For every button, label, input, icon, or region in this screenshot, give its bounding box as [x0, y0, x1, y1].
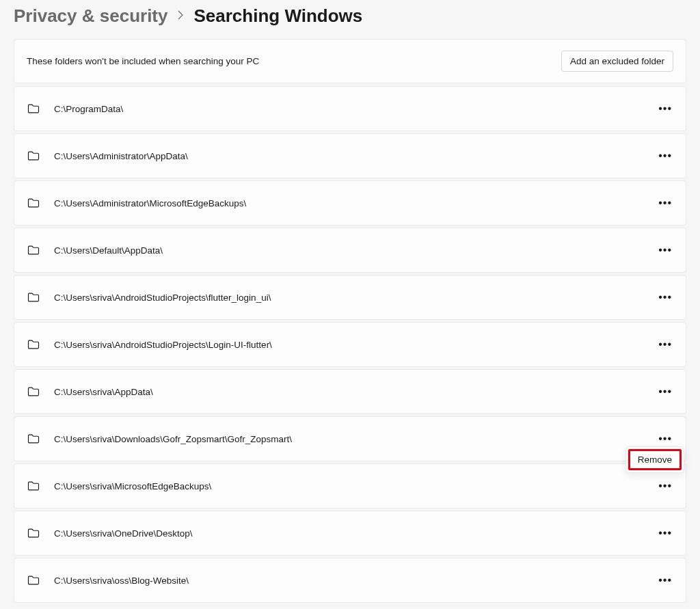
folder-path: C:\Users\sriva\Downloads\Gofr_Zopsmart\G…: [54, 434, 643, 444]
folder-path: C:\Users\sriva\AndroidStudioProjects\flu…: [54, 293, 643, 303]
more-options-button[interactable]: •••: [657, 336, 673, 353]
folder-path: C:\ProgramData\: [54, 104, 643, 114]
folder-icon: [27, 432, 40, 446]
remove-menu-item[interactable]: Remove: [628, 449, 682, 470]
folder-icon: [27, 243, 40, 257]
folder-icon: [27, 479, 40, 493]
folder-icon: [27, 526, 40, 540]
more-options-button[interactable]: •••: [657, 100, 673, 117]
more-options-button[interactable]: •••: [657, 431, 673, 447]
folder-path: C:\Users\sriva\OneDrive\Desktop\: [54, 528, 643, 539]
excluded-folders-description: These folders won't be included when sea…: [27, 56, 259, 66]
more-options-button[interactable]: •••: [657, 572, 673, 588]
folder-path: C:\Users\sriva\oss\Blog-Website\: [54, 576, 643, 586]
more-options-button[interactable]: •••: [657, 383, 673, 400]
chevron-right-icon: [177, 10, 184, 22]
add-excluded-folder-button[interactable]: Add an excluded folder: [561, 51, 673, 72]
breadcrumb-parent[interactable]: Privacy & security: [14, 5, 167, 27]
folder-path: C:\Users\sriva\MicrosoftEdgeBackups\: [54, 481, 643, 491]
folder-icon: [27, 196, 40, 210]
excluded-folder-row: C:\Users\sriva\AndroidStudioProjects\Log…: [14, 322, 686, 367]
folder-icon: [27, 149, 40, 163]
folder-icon: [27, 102, 40, 116]
folder-icon: [27, 338, 40, 351]
excluded-folder-row: C:\Users\sriva\AppData\•••: [14, 369, 686, 414]
excluded-folder-row: C:\Users\sriva\Downloads\Gofr_Zopsmart\G…: [14, 416, 686, 461]
breadcrumb: Privacy & security Searching Windows: [14, 5, 686, 27]
more-options-button[interactable]: •••: [657, 525, 673, 541]
more-options-button[interactable]: •••: [657, 478, 673, 494]
excluded-folder-row: C:\Users\sriva\oss\Blog-Website\•••: [14, 558, 686, 603]
excluded-folder-row: C:\Users\Administrator\MicrosoftEdgeBack…: [14, 180, 686, 226]
excluded-folder-row: C:\Users\sriva\OneDrive\Desktop\•••: [14, 511, 686, 556]
context-menu: Remove: [625, 446, 684, 473]
excluded-folder-row: C:\ProgramData\•••: [14, 86, 686, 131]
folder-path: C:\Users\sriva\AppData\: [54, 387, 643, 397]
folder-path: C:\Users\Administrator\AppData\: [54, 151, 643, 161]
excluded-folder-row: C:\Users\Administrator\AppData\•••: [14, 133, 686, 178]
folder-icon: [27, 573, 40, 587]
folder-path: C:\Users\Default\AppData\: [54, 245, 643, 256]
excluded-folder-row: C:\Users\Default\AppData\•••: [14, 228, 686, 273]
folder-icon: [27, 290, 40, 304]
excluded-folders-list: C:\ProgramData\•••C:\Users\Administrator…: [14, 86, 686, 603]
folder-path: C:\Users\Administrator\MicrosoftEdgeBack…: [54, 198, 643, 208]
more-options-button[interactable]: •••: [657, 148, 673, 164]
excluded-folder-row: C:\Users\sriva\AndroidStudioProjects\flu…: [14, 275, 686, 320]
excluded-folders-header: These folders won't be included when sea…: [14, 39, 686, 83]
more-options-button[interactable]: •••: [657, 195, 673, 211]
breadcrumb-current: Searching Windows: [193, 5, 362, 27]
folder-icon: [27, 385, 40, 398]
more-options-button[interactable]: •••: [657, 242, 673, 258]
more-options-button[interactable]: •••: [657, 289, 673, 306]
folder-path: C:\Users\sriva\AndroidStudioProjects\Log…: [54, 340, 643, 350]
excluded-folder-row: C:\Users\sriva\MicrosoftEdgeBackups\•••R…: [14, 463, 686, 509]
